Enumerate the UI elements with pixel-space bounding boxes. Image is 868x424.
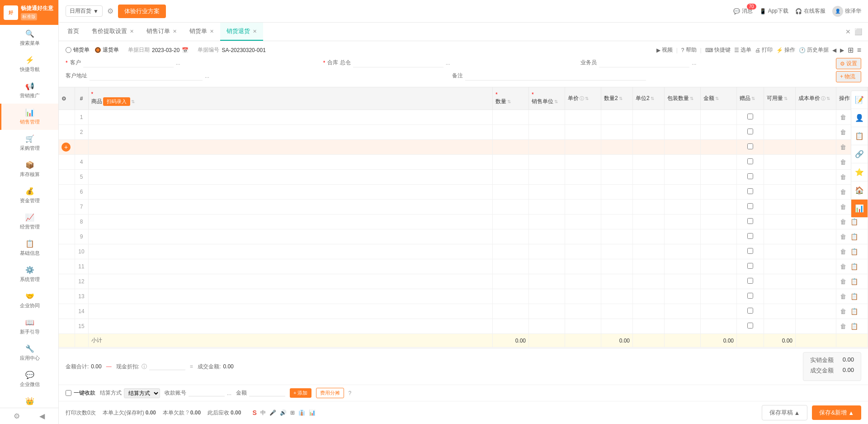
tab-close-price-setting[interactable]: ✕ (130, 29, 134, 34)
calendar-icon[interactable]: 📅 (182, 47, 189, 53)
delete-6[interactable]: 🗑 (839, 187, 847, 196)
toolbar-shortcut[interactable]: ⌨ 快捷键 (705, 46, 731, 54)
gift-checkbox-12[interactable] (747, 278, 753, 284)
sidebar-item-apps[interactable]: 🔧 应用中心 (0, 340, 58, 366)
account-select-btn[interactable]: ... (227, 390, 231, 396)
grid-view-icon[interactable]: ⊞ (848, 46, 854, 54)
delete-14[interactable]: 🗑 (839, 307, 847, 316)
tab-sales-return[interactable]: 销货退货 ✕ (220, 23, 263, 41)
close-window-icon[interactable]: ✕ (845, 28, 851, 35)
tab-price-setting[interactable]: 售价提取设置 ✕ (85, 23, 140, 41)
remark-input[interactable] (465, 71, 646, 81)
delete-5[interactable]: 🗑 (839, 172, 847, 181)
copy-8[interactable]: 📋 (849, 217, 859, 226)
messages-item[interactable]: 💬 消息 70 (733, 7, 753, 15)
online-service-item[interactable]: 🎧 在线客服 (795, 7, 826, 15)
right-icon-2[interactable]: 👤 (851, 109, 868, 127)
settings-button[interactable]: ⚙ 设置 (836, 58, 861, 69)
save-draft-button[interactable]: 保存草稿 ▲ (762, 405, 808, 420)
next-icon[interactable]: ▶ (840, 47, 844, 53)
product-input-1[interactable] (91, 114, 490, 120)
payment-method-select[interactable]: 结算方式 (124, 388, 160, 398)
right-icon-7[interactable]: 📊 (851, 200, 868, 217)
grid-icon[interactable]: ⊞ (290, 410, 295, 416)
one-key-payment[interactable]: 一键收款 (66, 389, 95, 397)
copy-11[interactable]: 📋 (849, 262, 859, 271)
delete-row-1[interactable]: 🗑 (839, 113, 847, 122)
debt-info-icon[interactable]: ? (186, 410, 189, 416)
delete-7[interactable]: 🗑 (839, 202, 847, 211)
copy-14[interactable]: 📋 (849, 307, 859, 316)
fee-split-button[interactable]: 费用分摊 (316, 388, 344, 398)
right-icon-3[interactable]: 📋 (851, 127, 868, 145)
copy-10[interactable]: 📋 (849, 247, 859, 256)
sort-unit-icon[interactable]: ⇅ (554, 99, 558, 104)
sidebar-item-purchase[interactable]: 🛒 采购管理 (0, 130, 58, 156)
warehouse-input[interactable] (353, 58, 443, 67)
gift-checkbox-13[interactable] (747, 293, 753, 299)
sidebar-item-system[interactable]: ⚙️ 系统管理 (0, 261, 58, 287)
right-icon-5[interactable]: ⭐ (851, 163, 868, 181)
toolbar-video[interactable]: ▶ 视频 (656, 46, 673, 54)
sidebar-item-wechat[interactable]: 💬 企业微信 (0, 366, 58, 392)
speaker-icon[interactable]: 🔊 (280, 410, 287, 416)
fee-split-info-icon[interactable]: ? (349, 390, 352, 396)
sidebar-item-shortcuts[interactable]: ⚡ 快捷导航 (0, 51, 58, 77)
add-row-button[interactable]: + (61, 143, 71, 152)
app-download-item[interactable]: 📱 App下载 (760, 7, 788, 15)
list-view-icon[interactable]: ≡ (857, 46, 861, 54)
logistics-button[interactable]: + 物流 (836, 71, 861, 82)
tab-sales-order[interactable]: 销售订单 ✕ (140, 23, 183, 41)
toolbar-help[interactable]: ? 帮助 (681, 46, 697, 54)
discount-input[interactable] (149, 363, 185, 370)
gift-checkbox-10[interactable] (747, 248, 753, 254)
gift-checkbox-5[interactable] (747, 173, 753, 179)
discount-info-icon[interactable]: ⓘ (142, 363, 147, 371)
gift-checkbox-active[interactable] (747, 143, 753, 149)
chart-bottom-icon[interactable]: 📊 (309, 410, 316, 416)
salesperson-select-btn[interactable]: ... (692, 60, 696, 66)
sidebar-item-marketing[interactable]: 📢 营销推广 (0, 77, 58, 104)
user-item[interactable]: 👤 徐泽华 (832, 6, 861, 17)
delete-11[interactable]: 🗑 (839, 262, 847, 271)
gift-checkbox-11[interactable] (747, 263, 753, 269)
gift-checkbox-9[interactable] (747, 233, 753, 239)
th-gear[interactable]: ⚙ (59, 87, 75, 110)
gift-checkbox-6[interactable] (747, 188, 753, 194)
radio-return[interactable]: 退货单 (95, 46, 119, 54)
sidebar-item-member[interactable]: 👑 畅会员 (0, 392, 58, 408)
copy-15[interactable]: 📋 (849, 322, 859, 331)
right-icon-6[interactable]: 🏠 (851, 181, 868, 200)
sort-qty-icon[interactable]: ⇅ (507, 99, 511, 104)
input-method-icon[interactable]: 中 (260, 409, 266, 417)
one-key-checkbox[interactable] (66, 390, 71, 396)
gear-icon[interactable]: ⚙ (107, 7, 113, 15)
delete-row-active[interactable]: 🗑 (839, 143, 847, 152)
copy-13[interactable]: 📋 (849, 292, 859, 301)
toolbar-print[interactable]: 🖨 打印 (755, 46, 773, 54)
customer-select-btn[interactable]: ... (176, 60, 180, 66)
save-new-button[interactable]: 保存&新增 ▲ (812, 405, 861, 420)
tab-close-sales-delivery[interactable]: ✕ (210, 29, 214, 34)
right-icon-1[interactable]: 📝 (851, 91, 868, 109)
sort-price-icon[interactable]: ⇅ (585, 96, 589, 101)
warehouse-select-btn[interactable]: ... (446, 60, 450, 66)
delete-row-2[interactable]: 🗑 (839, 128, 847, 137)
sort-qty2-icon[interactable]: ⇅ (619, 96, 623, 101)
add-payment-button[interactable]: + 添加 (290, 388, 311, 398)
trial-button[interactable]: 体验行业方案 (118, 5, 166, 18)
sidebar-item-newbie[interactable]: 📖 新手引导 (0, 314, 58, 340)
tab-close-sales-return[interactable]: ✕ (253, 29, 257, 34)
copy-9[interactable]: 📋 (849, 232, 859, 241)
sort-pack-icon[interactable]: ⇅ (690, 96, 693, 101)
delete-4[interactable]: 🗑 (839, 157, 847, 167)
shirt-icon[interactable]: 👔 (298, 410, 305, 416)
delete-13[interactable]: 🗑 (839, 292, 847, 301)
delete-8[interactable]: 🗑 (839, 217, 847, 226)
address-input[interactable] (90, 71, 203, 81)
customer-input[interactable] (83, 58, 174, 67)
gift-checkbox-1[interactable] (747, 114, 753, 119)
delete-9[interactable]: 🗑 (839, 232, 847, 241)
nav-select[interactable]: 日用百货 ▼ (66, 5, 103, 17)
sidebar-item-inventory[interactable]: 📦 库存核算 (0, 156, 58, 182)
